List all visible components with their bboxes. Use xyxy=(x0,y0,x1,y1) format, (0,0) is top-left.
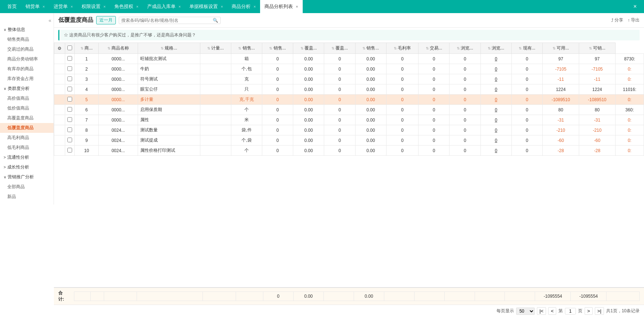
row-checkbox[interactable] xyxy=(65,95,75,105)
close-icon[interactable]: × xyxy=(296,4,298,9)
row-checkbox[interactable] xyxy=(65,135,75,146)
sidebar-item-high-margin[interactable]: 高毛利商品 xyxy=(0,133,54,143)
row-view1[interactable]: 0 xyxy=(480,54,511,64)
row-name[interactable]: 测试数量 xyxy=(138,125,200,135)
close-icon[interactable]: × xyxy=(254,4,256,9)
column-stock1[interactable]: ⇅ 现有... xyxy=(511,43,542,54)
row-select-checkbox[interactable] xyxy=(67,87,72,91)
nav-home[interactable]: 首页 xyxy=(3,0,21,13)
row-name[interactable]: 眼宝公仔 xyxy=(138,84,200,95)
row-view1[interactable]: 0 xyxy=(480,74,511,84)
sidebar-item-sales-products[interactable]: 销售类商品 xyxy=(0,35,54,44)
column-checkbox[interactable] xyxy=(65,43,75,54)
row-select-checkbox[interactable] xyxy=(67,107,72,112)
nav-roles[interactable]: 角色授权 × xyxy=(110,0,143,13)
export-button[interactable]: ↑ 导出 xyxy=(628,17,640,23)
row-view1[interactable]: 0 xyxy=(480,125,511,135)
sidebar-item-low-margin[interactable]: 低毛利商品 xyxy=(0,143,54,152)
column-stock2[interactable]: ⇅ 可用... xyxy=(543,43,579,54)
column-stock3[interactable]: ⇅ 可销... xyxy=(579,43,615,54)
sidebar-item-high-coverage[interactable]: 高覆盖度商品 xyxy=(0,113,54,123)
close-icon[interactable]: × xyxy=(71,4,73,9)
row-checkbox[interactable] xyxy=(65,105,75,115)
row-view1[interactable]: 0 xyxy=(480,95,511,105)
sidebar-item-category-rate[interactable]: 商品分类动销率 xyxy=(0,54,54,64)
sidebar-section-marketing[interactable]: ∨ 营销推广分析 xyxy=(0,172,54,182)
search-input[interactable] xyxy=(121,18,211,23)
row-checkbox[interactable] xyxy=(65,54,75,64)
share-button[interactable]: ⤴ 分享 xyxy=(611,17,623,23)
column-sales-amt[interactable]: ⇅ 销售... xyxy=(262,43,293,54)
column-sales3[interactable]: ⇅ 销售... xyxy=(355,43,386,54)
window-close-button[interactable]: × xyxy=(629,0,641,13)
row-select-checkbox[interactable] xyxy=(67,76,72,81)
nav-permissions[interactable]: 权限设置 × xyxy=(77,0,110,13)
column-view2[interactable]: ⇅ 浏览... xyxy=(480,43,511,54)
sidebar-section-growth[interactable]: > 成长性分析 xyxy=(0,162,54,172)
per-page-select[interactable]: 50 20 100 xyxy=(516,308,535,315)
row-name[interactable]: 牛奶 xyxy=(138,64,200,74)
close-icon[interactable]: × xyxy=(43,4,45,9)
nav-sales[interactable]: 销货单 × xyxy=(21,0,49,13)
sidebar-item-stocked-products[interactable]: 有库存的商品 xyxy=(0,64,54,74)
row-name[interactable]: 符号测试 xyxy=(138,74,200,84)
row-checkbox[interactable] xyxy=(65,115,75,125)
row-view1[interactable]: 0 xyxy=(480,84,511,95)
row-name[interactable]: 多计量 xyxy=(138,95,200,105)
row-view1[interactable]: 0 xyxy=(480,115,511,125)
close-icon[interactable]: × xyxy=(221,4,223,9)
row-checkbox[interactable] xyxy=(65,84,75,95)
row-view1[interactable]: 0 xyxy=(480,64,511,74)
column-margin[interactable]: ⇅ 毛利率 xyxy=(386,43,418,54)
row-view1[interactable]: 0 xyxy=(480,105,511,115)
sidebar-item-traded-products[interactable]: 交易过的商品 xyxy=(0,44,54,54)
column-sales-qty[interactable]: ⇅ 销售... xyxy=(231,43,262,54)
sidebar-section-liquidity[interactable]: > 流通性分析 xyxy=(0,152,54,162)
row-select-checkbox[interactable] xyxy=(67,138,72,142)
column-settings[interactable]: ⚙ xyxy=(54,43,65,54)
sidebar-item-low-coverage[interactable]: 低覆盖度商品 xyxy=(0,123,54,133)
row-select-checkbox[interactable] xyxy=(67,97,72,102)
nav-product-analysis[interactable]: 商品分析 × xyxy=(227,0,260,13)
row-select-checkbox[interactable] xyxy=(67,117,72,122)
row-name[interactable]: 测试提成 xyxy=(138,135,200,146)
row-select-checkbox[interactable] xyxy=(67,127,72,132)
first-page-button[interactable]: |< xyxy=(537,307,546,315)
sidebar-item-low-value[interactable]: 低价值商品 xyxy=(0,103,54,113)
row-view1[interactable]: 0 xyxy=(480,146,511,156)
column-code[interactable]: ⇅ 商... xyxy=(75,43,99,54)
column-trade[interactable]: ⇅ 交易... xyxy=(419,43,449,54)
sidebar-section-cluster[interactable]: ∨ 类群度分析 xyxy=(0,84,54,94)
select-all-checkbox[interactable] xyxy=(67,45,72,50)
row-checkbox[interactable] xyxy=(65,146,75,156)
nav-templates[interactable]: 单据模板设置 × xyxy=(185,0,227,13)
row-name[interactable]: 启用保质期 xyxy=(138,105,200,115)
search-icon[interactable]: 🔍 xyxy=(213,18,218,23)
row-name[interactable]: 属性 xyxy=(138,115,200,125)
row-checkbox[interactable] xyxy=(65,125,75,135)
row-select-checkbox[interactable] xyxy=(67,148,72,152)
column-view1[interactable]: ⇅ 浏览... xyxy=(449,43,480,54)
column-spec[interactable]: ⇅ 规格... xyxy=(138,43,200,54)
close-icon[interactable]: × xyxy=(103,4,106,9)
row-name[interactable]: 旺辅批次测试 xyxy=(138,54,200,64)
sidebar-item-inventory-capital[interactable]: 库存资金占用 xyxy=(0,74,54,84)
row-checkbox[interactable] xyxy=(65,74,75,84)
sidebar-item-all-products[interactable]: 全部商品 xyxy=(0,182,54,192)
sidebar-item-new-products[interactable]: 新品 xyxy=(0,192,54,202)
row-select-checkbox[interactable] xyxy=(67,66,72,71)
close-icon[interactable]: × xyxy=(178,4,181,9)
filter-period-button[interactable]: 近一月 xyxy=(96,16,116,24)
page-number-input[interactable] xyxy=(565,308,576,314)
row-checkbox[interactable] xyxy=(65,64,75,74)
row-select-checkbox[interactable] xyxy=(67,56,72,61)
nav-purchase[interactable]: 进货单 × xyxy=(49,0,77,13)
nav-product-analysis-list[interactable]: 商品分析列表 × xyxy=(260,0,302,13)
column-cover1[interactable]: ⇅ 覆盖... xyxy=(293,43,324,54)
column-name[interactable]: ⇅ 商品名称 xyxy=(99,43,138,54)
prev-page-button[interactable]: < xyxy=(548,307,556,315)
row-view1[interactable]: 0 xyxy=(480,135,511,146)
sidebar-section-overall[interactable]: ∨ 整体信息 xyxy=(0,25,54,35)
close-icon[interactable]: × xyxy=(136,4,138,9)
column-cover2[interactable]: ⇅ 覆盖... xyxy=(324,43,355,54)
